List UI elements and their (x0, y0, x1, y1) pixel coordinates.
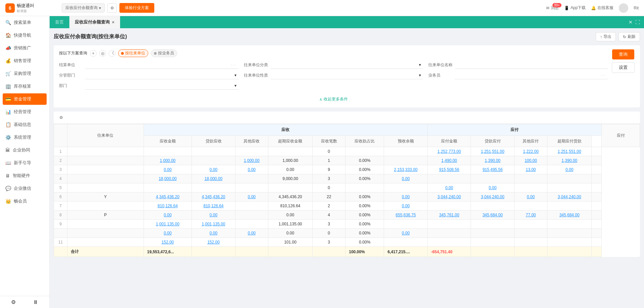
sidebar-item-purchase[interactable]: 🛒 采购管理 (0, 67, 49, 80)
messages-button[interactable]: ✉ 消息 99+ (546, 5, 559, 11)
table-cell[interactable]: 100.00 (514, 156, 547, 165)
sidebar-collapse-icon[interactable]: ⏸ (33, 299, 38, 305)
table-cell[interactable]: 1,000.00 (144, 156, 192, 165)
table-cell[interactable]: 345,761.00 (427, 211, 471, 220)
tab-close-icon[interactable]: ✕ (112, 20, 114, 24)
partner-nature-select[interactable]: ▾ (271, 72, 423, 79)
table-cell[interactable]: 3,044,240.00 (547, 192, 592, 202)
table-cell[interactable]: 0.00 (144, 229, 192, 238)
sidebar-item-sales[interactable]: 💰 销售管理 (0, 54, 49, 67)
user-avatar[interactable] (619, 3, 628, 13)
filter-method-by-staff[interactable]: 按业务员 (151, 49, 177, 57)
sidebar-item-enterprise[interactable]: 🏛 企业协同 (0, 144, 49, 157)
table-cell[interactable]: 810,126.64 (144, 202, 192, 211)
sidebar-item-guide[interactable]: 📖 新手引导 (0, 157, 49, 169)
table-cell[interactable]: 18,000.00 (144, 174, 192, 183)
query-button[interactable]: 查询 (612, 49, 634, 59)
table-cell[interactable]: 152.00 (144, 238, 192, 247)
filter-collapse-button[interactable]: 《 (109, 50, 115, 57)
salesman-input[interactable]: ··· (454, 72, 608, 79)
table-cell[interactable]: 345,684.00 (547, 211, 592, 220)
table-cell[interactable]: 0.00 (427, 183, 471, 192)
tab-close-window-icon[interactable]: ✕ (629, 19, 633, 25)
branch-dept-select[interactable]: ▾ (85, 82, 238, 90)
table-cell[interactable]: 1,001,135.00 (144, 220, 192, 229)
sidebar-item-member[interactable]: 👑 畅会员 (0, 195, 49, 208)
table-cell: 11 (54, 238, 67, 247)
table-cell[interactable]: 0.00 (384, 202, 428, 211)
table-cell[interactable]: 4,345,436.20 (144, 192, 192, 202)
sidebar-item-search-menu[interactable]: 🔍 搜索菜单 (0, 16, 49, 29)
filter-add-button[interactable]: + (90, 50, 97, 57)
table-cell[interactable]: 1,490.00 (427, 156, 471, 165)
table-cell[interactable]: 915,508.56 (427, 165, 471, 174)
settlement-dots[interactable]: ··· (231, 62, 236, 67)
table-cell[interactable]: 3,044,240.00 (427, 192, 471, 202)
table-cell[interactable]: 1,251,551.00 (471, 147, 515, 156)
collapse-more-conditions-button[interactable]: ∧ 收起更多条件 (315, 95, 352, 103)
table-cell[interactable]: 0.00 (192, 229, 235, 238)
table-cell[interactable]: 18,000.00 (192, 174, 235, 183)
sidebar-item-inventory[interactable]: 🏢 库存核算 (0, 80, 49, 93)
settlement-input[interactable]: ··· (85, 61, 238, 69)
tab-home[interactable]: 首页 (50, 16, 69, 28)
sidebar-item-wechat[interactable]: 💬 企业微信 (0, 182, 49, 195)
export-button[interactable]: ↑ 导出 (596, 32, 616, 41)
sidebar-settings-icon[interactable]: ⚙ (11, 299, 16, 305)
sidebar-item-finance[interactable]: 💳 资金管理 (3, 93, 47, 105)
table-cell[interactable]: 0.00 (192, 211, 235, 220)
table-cell[interactable]: 1,000.00 (235, 156, 268, 165)
partner-name-input[interactable] (455, 61, 608, 69)
table-cell[interactable]: 152.00 (192, 238, 235, 247)
salesman-dots[interactable]: ··· (600, 73, 606, 78)
table-cell[interactable]: 1,390.00 (471, 156, 515, 165)
refresh-button[interactable]: ↻ 刷新 (619, 32, 640, 41)
table-cell[interactable]: 810,126.64 (192, 202, 235, 211)
table-cell[interactable]: 915,495.56 (471, 165, 515, 174)
sidebar-item-operations[interactable]: 📊 经营管理 (0, 105, 49, 118)
table-cell[interactable]: 0.00 (235, 192, 268, 202)
online-service-button[interactable]: 🔔 在线客服 (591, 5, 613, 11)
table-cell[interactable]: 1,001,135.00 (192, 220, 235, 229)
table-cell[interactable]: 77.00 (514, 211, 547, 220)
tab-maximize-icon[interactable]: ⛶ (635, 19, 640, 25)
table-cell[interactable]: 2,153,333.00 (384, 165, 428, 174)
table-cell[interactable]: 0.00 (192, 165, 235, 174)
sidebar-item-system[interactable]: ⚙️ 系统管理 (0, 131, 49, 144)
table-cell[interactable]: 0.00 (384, 229, 428, 238)
app-download-button[interactable]: 📱 App下载 (564, 5, 586, 11)
table-cell: 101.00 (268, 238, 312, 247)
table-cell[interactable]: 0.00 (144, 165, 192, 174)
table-cell[interactable]: 0.00 (235, 229, 268, 238)
partner-type-select[interactable]: ▾ (271, 61, 423, 69)
table-cell[interactable]: 655,636.75 (384, 211, 428, 220)
table-cell[interactable]: 345,684.00 (471, 211, 515, 220)
table-cell[interactable]: 1,222.00 (514, 147, 547, 156)
filter-method-by-unit[interactable]: 按往来单位 (118, 49, 148, 57)
table-cell[interactable]: 0.00 (547, 165, 592, 174)
sidebar-item-quick-nav[interactable]: 🏠 快捷导航 (0, 29, 49, 42)
table-cell[interactable]: 0.00 (514, 192, 547, 202)
table-cell[interactable]: 1,390.00 (547, 156, 592, 165)
sidebar-item-marketing[interactable]: 📣 营销推广 (0, 42, 49, 54)
table-cell[interactable]: 13.00 (514, 165, 547, 174)
dept-select[interactable]: ▾ (85, 72, 238, 79)
table-cell[interactable]: 0.00 (384, 192, 428, 202)
industry-solution-button[interactable]: 体验行业方案 (119, 3, 154, 13)
setting-button[interactable]: 设置 (612, 62, 635, 73)
table-cell[interactable]: 3,044,240.00 (471, 192, 515, 202)
table-cell[interactable]: 0.00 (384, 174, 428, 183)
table-settings-icon[interactable]: ⚙ (58, 114, 64, 121)
table-cell[interactable]: 4,345,436.20 (192, 192, 235, 202)
table-cell[interactable]: 0.00 (471, 183, 515, 192)
settings-gear-button[interactable]: ⚙ (107, 3, 117, 13)
sidebar-item-basic-info[interactable]: 📋 基础信息 (0, 118, 49, 131)
table-cell[interactable]: 1,252,773.00 (427, 147, 471, 156)
sidebar-item-smart-hw[interactable]: 🖥 智能硬件 (0, 169, 49, 182)
tab-ar-ap[interactable]: 应收应付余额查询 ✕ (69, 16, 120, 28)
table-cell[interactable]: 0.00 (144, 211, 192, 220)
breadcrumb-nav[interactable]: 应收应付余额查询 ▾ (62, 3, 105, 12)
filter-settings-button[interactable]: ◎ (99, 50, 106, 57)
table-cell[interactable]: 1,251,551.00 (547, 147, 592, 156)
table-cell[interactable]: 0.00 (235, 165, 268, 174)
